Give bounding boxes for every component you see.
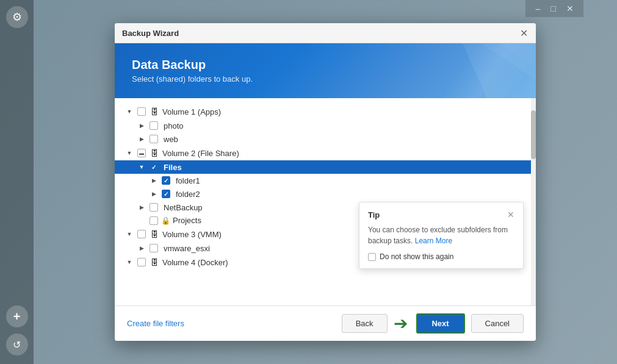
checkbox-photo[interactable]: [150, 121, 158, 130]
tip-title: Tip: [368, 210, 380, 219]
back-button[interactable]: Back: [342, 314, 388, 333]
db-icon-vol3: 🗄: [149, 229, 160, 240]
label-vol1: Volume 1 (Apps): [162, 107, 221, 116]
modal-footer: Create file filters Back ➔ Next Cancel: [115, 305, 536, 341]
backup-wizard-modal: Backup Wizard ✕ Data Backup Select (shar…: [115, 23, 536, 341]
svg-marker-2: [499, 43, 536, 68]
learn-more-link[interactable]: Learn More: [415, 237, 452, 245]
tree-item-vol1[interactable]: 🗄 Volume 1 (Apps): [115, 104, 536, 119]
create-file-filters-link[interactable]: Create file filters: [127, 319, 184, 328]
add-icon[interactable]: +: [6, 305, 28, 327]
modal-header-subtitle: Select (shared) folders to back up.: [132, 74, 519, 84]
modal-body: 🗄 Volume 1 (Apps) photo web: [115, 98, 536, 305]
label-vol3: Volume 3 (VMM): [162, 230, 222, 239]
modal-titlebar: Backup Wizard ✕: [115, 23, 536, 43]
tip-close-button[interactable]: ✕: [507, 210, 514, 219]
label-vmware: vmware_esxi: [164, 244, 210, 253]
label-folder1: folder1: [176, 176, 200, 185]
toggle-vol4[interactable]: [124, 257, 134, 267]
label-vol2: Volume 2 (File Share): [162, 149, 239, 158]
svg-marker-1: [481, 43, 536, 80]
checkbox-web[interactable]: [150, 135, 158, 143]
label-photo: photo: [164, 121, 184, 130]
checkbox-vmware[interactable]: [150, 244, 158, 252]
label-folder2: folder2: [176, 190, 200, 199]
checkbox-folder2[interactable]: [162, 190, 170, 198]
svg-marker-0: [463, 43, 536, 98]
toggle-vmware[interactable]: [137, 243, 146, 253]
footer-buttons: Back ➔ Next Cancel: [342, 313, 524, 334]
tree-item-folder2[interactable]: folder2: [115, 187, 536, 201]
toggle-vol3[interactable]: [124, 229, 134, 239]
checkbox-vol3[interactable]: [137, 230, 146, 238]
checkbox-projects[interactable]: [150, 216, 158, 225]
desktop: ⚙ + ↺ – □ ✕ Backup Wizard ✕ Data Backup …: [0, 0, 617, 364]
toggle-vol2[interactable]: [124, 148, 134, 158]
label-vol4: Volume 4 (Docker): [162, 258, 228, 267]
toggle-photo[interactable]: [137, 121, 146, 130]
label-files: Files: [164, 163, 182, 172]
checkbox-folder1[interactable]: [162, 176, 170, 185]
toggle-folder2[interactable]: [149, 189, 159, 199]
modal-overlay: Backup Wizard ✕ Data Backup Select (shar…: [34, 0, 617, 364]
db-icon-vol2: 🗄: [149, 148, 160, 159]
toggle-files[interactable]: [137, 162, 146, 172]
tree-item-files[interactable]: Files: [115, 160, 536, 174]
tip-dont-show-label: Do not show this again: [380, 252, 453, 261]
modal-title: Backup Wizard: [122, 29, 179, 38]
toggle-folder1[interactable]: [149, 176, 159, 185]
cancel-button[interactable]: Cancel: [471, 314, 524, 333]
header-decoration: [402, 43, 536, 98]
tip-dont-show[interactable]: Do not show this again: [368, 252, 514, 261]
app-icon[interactable]: ⚙: [6, 6, 28, 28]
checkbox-files[interactable]: [150, 163, 158, 171]
scrollbar-thumb[interactable]: [531, 110, 536, 159]
toggle-web[interactable]: [137, 134, 146, 144]
history-icon[interactable]: ↺: [6, 334, 28, 355]
toggle-netbackup[interactable]: [137, 202, 146, 212]
db-icon-vol1: 🗄: [149, 106, 160, 117]
label-projects: Projects: [173, 216, 201, 225]
checkbox-vol2[interactable]: [137, 149, 146, 157]
next-button[interactable]: Next: [416, 313, 465, 334]
lock-icon: 🔒: [161, 216, 170, 225]
tip-text: You can choose to exclude subfolders fro…: [368, 224, 514, 246]
label-netbackup: NetBackup: [164, 203, 203, 212]
toggle-vol1[interactable]: [124, 107, 134, 116]
modal-header: Data Backup Select (shared) folders to b…: [115, 43, 536, 98]
next-arrow-indicator: ➔: [394, 313, 408, 334]
tree-item-vol2[interactable]: 🗄 Volume 2 (File Share): [115, 146, 536, 160]
db-icon-vol4: 🗄: [149, 257, 160, 268]
checkbox-vol4[interactable]: [137, 258, 146, 266]
checkbox-netbackup[interactable]: [150, 203, 158, 212]
modal-header-title: Data Backup: [132, 58, 519, 72]
tip-header: Tip ✕: [368, 210, 514, 219]
tree-item-photo[interactable]: photo: [115, 119, 536, 132]
scrollbar-track[interactable]: [531, 98, 536, 305]
tip-popup: Tip ✕ You can choose to exclude subfolde…: [359, 202, 524, 269]
tree-item-folder1[interactable]: folder1: [115, 174, 536, 187]
label-web: web: [164, 135, 178, 144]
modal-close-button[interactable]: ✕: [519, 28, 529, 38]
tip-dont-show-checkbox[interactable]: [368, 253, 376, 261]
tree-item-web[interactable]: web: [115, 132, 536, 146]
checkbox-vol1[interactable]: [137, 107, 146, 116]
